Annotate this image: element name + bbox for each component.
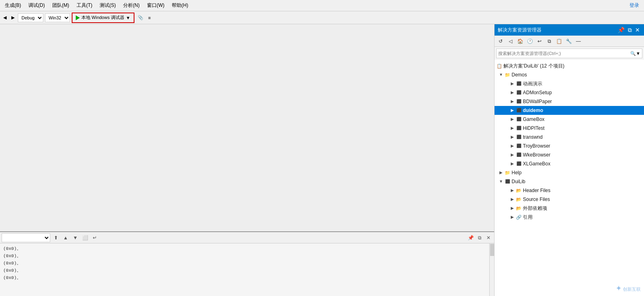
admon-arrow[interactable]: ▶	[509, 89, 516, 96]
donghua-arrow[interactable]: ▶	[509, 80, 516, 87]
bottom-right-controls: 📌 ⧉ ✕	[467, 234, 493, 242]
hidpi-arrow[interactable]: ▶	[509, 125, 516, 131]
menu-build[interactable]: 生成(B)	[2, 1, 24, 10]
output-source-select[interactable]	[2, 233, 50, 242]
solution-icon: 📋	[496, 63, 503, 69]
toolbar-extra[interactable]: ≡	[147, 15, 152, 21]
sidebar-hist-btn[interactable]: 🕐	[525, 37, 534, 46]
output-area: (0x0)。 (0x0)。 (0x0)。 (0x0)。 (0x0)。	[0, 243, 494, 296]
back-button[interactable]: ◀	[2, 14, 8, 21]
menu-analyze[interactable]: 分析(N)	[120, 1, 143, 10]
bottom-wrap-btn[interactable]: ↵	[91, 234, 99, 242]
tree-label-gamebox: GameBox	[523, 115, 544, 123]
bd-arrow[interactable]: ▶	[509, 98, 516, 105]
game-icon: ⬛	[516, 116, 522, 123]
tree-item-donghua[interactable]: ▶ ⬛ 动画演示	[495, 79, 644, 88]
tree-item-troybrowser[interactable]: ▶ ⬛ TroyBrowser	[495, 142, 644, 150]
menu-test[interactable]: 测试(S)	[96, 1, 119, 10]
ref-icon: 🔗	[516, 214, 522, 220]
tree-item-duilib[interactable]: ▼ ⬛ DuiLib	[495, 177, 644, 186]
tree-item-hidpitest[interactable]: ▶ ⬛ HiDPITest	[495, 124, 644, 133]
debug-config-select[interactable]: Debug	[18, 13, 43, 22]
trans-icon: ⬛	[516, 134, 522, 140]
tree-label-duilib: DuiLib	[512, 178, 525, 186]
bottom-pin-btn[interactable]: 📌	[467, 234, 475, 242]
run-label: 本地 Windows 调试器	[81, 15, 124, 21]
forward-button[interactable]: ▶	[10, 14, 16, 21]
attach-button[interactable]: 📎	[136, 14, 145, 21]
bottom-prev-btn[interactable]: ⬆	[52, 234, 60, 242]
sidebar-prop-btn[interactable]: —	[574, 37, 583, 46]
sidebar-header-controls: 📌 ⧉ ✕	[617, 27, 641, 34]
platform-select[interactable]: Win32	[45, 13, 70, 22]
sidebar-close-btn[interactable]: ✕	[634, 27, 641, 33]
sidebar-dock-btn[interactable]: ⧉	[627, 27, 633, 34]
sidebar-pin-btn[interactable]: 📌	[617, 27, 625, 33]
duilib-arrow[interactable]: ▼	[498, 178, 504, 185]
source-arrow[interactable]: ▶	[509, 196, 516, 203]
sidebar-refresh-btn[interactable]: ↺	[496, 37, 505, 46]
tree-item-admonsetup[interactable]: ▶ ⬛ ADMonSetup	[495, 88, 644, 97]
menu-debug[interactable]: 调试(D)	[25, 1, 48, 10]
menu-tools[interactable]: 工具(T)	[73, 1, 96, 10]
menu-team[interactable]: 团队(M)	[49, 1, 73, 10]
tree-item-demos[interactable]: ▼ 📁 Demos	[495, 70, 644, 79]
extern-arrow[interactable]: ▶	[509, 205, 516, 211]
bottom-close-btn[interactable]: ✕	[484, 234, 493, 242]
trans-arrow[interactable]: ▶	[509, 134, 516, 140]
header-arrow[interactable]: ▶	[509, 187, 516, 194]
tree-label-xlgamebox: XLGameBox	[523, 160, 550, 168]
editor-area	[0, 24, 494, 231]
duilib-icon: ⬛	[504, 178, 511, 185]
troy-arrow[interactable]: ▶	[509, 143, 516, 149]
wke-arrow[interactable]: ▶	[509, 152, 516, 158]
solution-explorer: 解决方案资源管理器 📌 ⧉ ✕ ↺ ◁ 🏠 🕐 ↩ ⧉ 📋 🔧 — 🔍 ▼	[494, 24, 644, 296]
bottom-clear-btn[interactable]: ⬜	[81, 234, 89, 242]
sidebar-settings-btn[interactable]: 🔧	[564, 37, 573, 46]
output-line: (0x0)。	[3, 260, 491, 267]
tree-item-externaldep[interactable]: ▶ 📂 外部依赖项	[495, 204, 644, 213]
tree-label-bdwallpaper: BDWallPaper	[523, 97, 552, 106]
menu-window[interactable]: 窗口(W)	[144, 1, 168, 10]
run-debugger-button[interactable]: 本地 Windows 调试器 ▼	[72, 13, 134, 23]
search-input[interactable]	[498, 51, 630, 56]
main-area: ⬆ ▲ ▼ ⬜ ↵ 📌 ⧉ ✕ (0x0)。 (0x0)。 (0x0)。 (0x…	[0, 24, 644, 296]
sidebar-nav-btn[interactable]: ◁	[506, 37, 515, 46]
tree-label-externaldep: 外部依赖项	[523, 204, 547, 212]
help-arrow[interactable]: ▶	[498, 169, 504, 176]
tree-item-duidemo[interactable]: ▶ ⬛ duidemo	[495, 106, 644, 115]
tree-item-wkebrowser[interactable]: ▶ ⬛ WkeBrowser	[495, 150, 644, 159]
extern-icon: 📂	[516, 205, 522, 211]
tree-item-references[interactable]: ▶ 🔗 引用	[495, 213, 644, 222]
sidebar-undo-btn[interactable]: ↩	[535, 37, 544, 46]
tree-item-headerfiles[interactable]: ▶ 📂 Header Files	[495, 186, 644, 195]
wke-icon: ⬛	[516, 152, 522, 158]
donghua-icon: ⬛	[516, 80, 522, 87]
duidemo-arrow[interactable]: ▶	[509, 107, 516, 114]
output-scrollbar[interactable]	[489, 243, 494, 296]
bottom-down-btn[interactable]: ▼	[71, 234, 79, 242]
xl-arrow[interactable]: ▶	[509, 161, 516, 167]
tree-item-gamebox[interactable]: ▶ ⬛ GameBox	[495, 115, 644, 124]
tree-item-solution[interactable]: 📋 解决方案'DuiLib' (12 个项目)	[495, 61, 644, 70]
bottom-up-btn[interactable]: ▲	[62, 234, 70, 242]
tree-item-transwnd[interactable]: ▶ ⬛ transwnd	[495, 133, 644, 142]
tree-label-help: Help	[512, 169, 522, 177]
tree-item-sourcefiles[interactable]: ▶ 📂 Source Files	[495, 195, 644, 204]
tree-item-xlgamebox[interactable]: ▶ ⬛ XLGameBox	[495, 159, 644, 168]
sidebar-copy-btn[interactable]: ⧉	[545, 37, 554, 46]
login-button[interactable]: 登录	[626, 1, 642, 10]
sidebar-toolbar: ↺ ◁ 🏠 🕐 ↩ ⧉ 📋 🔧 —	[495, 36, 644, 47]
demos-arrow[interactable]: ▼	[498, 72, 504, 78]
tree-item-bdwallpaper[interactable]: ▶ ⬛ BDWallPaper	[495, 97, 644, 106]
tree-item-help[interactable]: ▶ 📁 Help	[495, 168, 644, 177]
game-arrow[interactable]: ▶	[509, 116, 516, 123]
bottom-float-btn[interactable]: ⧉	[476, 234, 484, 242]
sidebar-header: 解决方案资源管理器 📌 ⧉ ✕	[495, 24, 644, 36]
sidebar-paste-btn[interactable]: 📋	[554, 37, 563, 46]
search-box[interactable]: 🔍 ▼	[496, 49, 642, 58]
output-line: (0x0)。	[3, 274, 491, 281]
ref-arrow[interactable]: ▶	[509, 214, 516, 220]
menu-help[interactable]: 帮助(H)	[168, 1, 192, 10]
sidebar-home-btn[interactable]: 🏠	[516, 37, 525, 46]
